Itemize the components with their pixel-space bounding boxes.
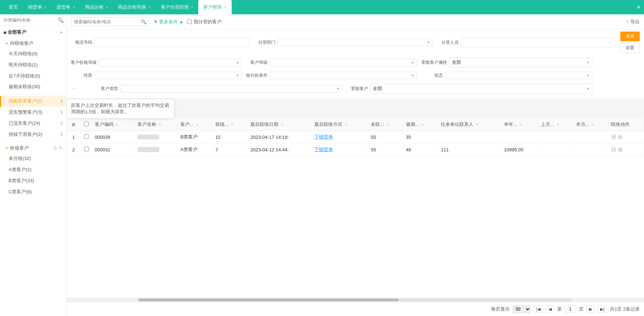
col-settings[interactable]: ⚙ — [66, 118, 81, 131]
first-page-button[interactable]: |◀ — [534, 306, 543, 313]
nav-home[interactable]: 首页 — [4, 0, 23, 14]
close-all-button[interactable]: × — [636, 4, 640, 11]
close-sales-order-icon[interactable]: × — [44, 5, 46, 9]
close-product-analysis-icon[interactable]: × — [106, 5, 108, 9]
close-product-analysis-list-icon[interactable]: × — [148, 5, 150, 9]
horizontal-scrollbar[interactable] — [66, 298, 644, 302]
customer-type-select[interactable]: ▼ — [120, 85, 342, 93]
last-method-link[interactable]: 下销货单 — [314, 147, 333, 152]
info-icon-declining[interactable]: ℹ — [61, 131, 62, 138]
sub-person-select[interactable]: ··· — [461, 37, 616, 47]
sidebar-search-input[interactable] — [4, 18, 57, 23]
sort-company-icon[interactable]: ⇅ — [476, 123, 478, 127]
nav-customer-segmentation[interactable]: 客户分层经营 × — [156, 0, 198, 14]
nav-purchase-order[interactable]: 进货单 × — [51, 0, 80, 14]
export-button[interactable]: ↑ 导出 — [627, 19, 640, 25]
last-method-link[interactable]: 下销货单 — [314, 134, 333, 140]
sidebar-group-pending-contact[interactable]: ▼ 待联络客户 — [0, 38, 66, 48]
row-last-method[interactable]: 下销货单 — [311, 143, 368, 156]
more-conditions-btn[interactable]: ▼ 更多条件 ▲ — [153, 19, 184, 25]
sort-this-month-icon[interactable]: ⇅ — [591, 123, 594, 127]
retail-attr-select[interactable]: 全部 ▼ — [449, 57, 592, 67]
row-code: 000031 — [92, 143, 134, 156]
my-customers-checkbox-area[interactable]: 我分管的客户 — [187, 19, 222, 25]
value-refresh-icon[interactable]: ↻ — [54, 146, 57, 151]
qr-icon[interactable]: ⊞ — [618, 134, 622, 140]
search-input[interactable] — [74, 19, 141, 24]
search-box[interactable]: 🔍 — [71, 17, 150, 26]
gender-select[interactable]: ▼ — [94, 72, 242, 79]
phone-input[interactable] — [94, 38, 250, 47]
sort-type-icon[interactable]: ⇅ — [196, 123, 199, 127]
sub-person-dots[interactable]: ··· — [606, 39, 613, 46]
sidebar-search-box[interactable]: 🔍 — [0, 14, 66, 26]
sub-dept-select[interactable]: ▼ — [278, 39, 433, 46]
sidebar-item-a-class[interactable]: A类客户(1) — [0, 164, 66, 175]
sidebar-item-churned[interactable]: 已流失客户(24) ℹ — [0, 118, 66, 129]
next-page-button[interactable]: ▶ — [587, 306, 595, 313]
page-number-input[interactable] — [565, 306, 576, 313]
qr-icon[interactable]: ⊞ — [618, 147, 622, 152]
value-edit-icon[interactable]: ✎ — [59, 146, 62, 151]
status-select[interactable]: ▼ — [445, 72, 592, 79]
nav-product-analysis-list[interactable]: 商品分析列表 × — [113, 0, 156, 14]
sort-last-month-icon[interactable]: ⇅ — [556, 123, 559, 127]
nav-sales-order[interactable]: 销货单 × — [23, 0, 51, 14]
scrollbar-thumb[interactable] — [138, 298, 399, 301]
sort-name-icon[interactable]: ⇅ — [158, 123, 161, 127]
prev-page-button[interactable]: ◀ — [546, 306, 554, 313]
sort-method-icon[interactable]: ⇅ — [344, 123, 347, 127]
row-checkbox-cell[interactable] — [81, 143, 92, 156]
sort-year-icon[interactable]: ⇅ — [519, 123, 522, 127]
sort-uncontacted-icon[interactable]: ⇅ — [386, 123, 389, 127]
nav-customer-contact[interactable]: 客户联络 × — [198, 0, 231, 14]
retail-customer-select[interactable]: 全部 ▼ — [370, 84, 592, 94]
info-icon-churned[interactable]: ℹ — [61, 120, 62, 127]
info-icon-churn[interactable]: ℹ — [61, 109, 62, 116]
sort-code-icon[interactable]: ⇅ — [115, 123, 118, 127]
sidebar-all-customers[interactable]: ■ 全部客户 » — [0, 26, 66, 38]
per-page-select[interactable]: 50 100 200 — [513, 305, 531, 313]
sidebar-item-b-class[interactable]: B类客户(33) — [0, 175, 66, 187]
filter-search-icon[interactable]: 🔍 — [141, 19, 147, 24]
sidebar-item-churn-warning[interactable]: 流失预警客户(3) ℹ — [0, 107, 66, 118]
row-last-method[interactable]: 下销货单 — [311, 131, 368, 143]
sort-date-icon[interactable]: ⇅ — [281, 123, 283, 127]
price-level-select[interactable]: ▼ — [99, 59, 242, 66]
sidebar-item-tomorrow[interactable]: 明天待联络(1) — [0, 60, 66, 71]
query-button[interactable]: 查询 — [620, 32, 640, 41]
sort-contacts-icon[interactable]: ⇅ — [231, 123, 233, 127]
page-label: 第 — [557, 306, 562, 312]
my-customers-checkbox[interactable] — [187, 19, 192, 24]
collapse-icon[interactable]: » — [60, 30, 62, 35]
settings-button[interactable]: 设置 — [620, 43, 640, 53]
last-page-button[interactable]: ▶| — [598, 306, 607, 313]
sidebar-item-overdue[interactable]: 逾期未联络(30) — [0, 81, 66, 93]
info-icon-repurchase[interactable]: ℹ — [61, 98, 62, 105]
scrollbar-track[interactable] — [138, 298, 572, 301]
sidebar-item-c-class[interactable]: C类客户(6) — [0, 187, 66, 198]
close-customer-contact-icon[interactable]: × — [224, 5, 226, 9]
sidebar-group-value-customers[interactable]: ▼ 价值客户 ↻ ✎ — [0, 143, 66, 153]
customer-level-select[interactable]: ▼ — [270, 59, 417, 66]
sidebar-item-repurchase-abnormal[interactable]: 回购异常客户(2) ℹ — [0, 96, 66, 107]
close-purchase-order-icon[interactable]: × — [73, 5, 75, 9]
sidebar-item-7days[interactable]: 近7天待联络(0) — [0, 71, 66, 82]
row-checkbox-cell[interactable] — [81, 131, 92, 143]
sidebar-search-icon[interactable]: 🔍 — [57, 17, 64, 23]
sidebar-item-ungrouped[interactable]: 未分组(32) — [0, 153, 66, 164]
link-icon[interactable]: ⛓ — [611, 134, 616, 140]
blurred-name — [138, 147, 159, 152]
close-customer-seg-icon[interactable]: × — [191, 5, 193, 9]
select-all-checkbox[interactable] — [84, 122, 89, 126]
row-checkbox[interactable] — [84, 134, 89, 139]
link-icon[interactable]: ⛓ — [611, 147, 616, 152]
nav-product-analysis[interactable]: 商品分析 × — [80, 0, 113, 14]
row-checkbox[interactable] — [84, 147, 89, 151]
dots-expand-icon[interactable]: ··· — [71, 85, 78, 92]
sidebar-item-declining[interactable]: 持续下滑客户(2) ℹ — [0, 129, 66, 140]
tooltip-box: 距客户上次交易时长，超过了此客户的平均交易周期的1.5倍，则视为异常。 — [66, 99, 174, 118]
sort-overdue-icon[interactable]: ⇅ — [421, 123, 424, 127]
sidebar-item-today[interactable]: 今天待联络(0) — [0, 48, 66, 60]
payment-select[interactable]: ▼ — [270, 72, 417, 79]
